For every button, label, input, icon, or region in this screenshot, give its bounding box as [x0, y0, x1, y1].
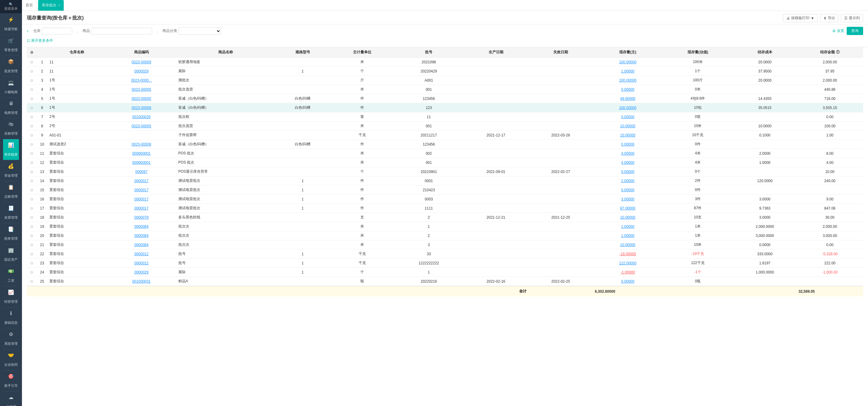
row-qty-main-17[interactable]: 10.00000	[593, 213, 662, 222]
row-qty-main-11[interactable]: 4.00000	[593, 158, 662, 167]
settings-panel[interactable]: ⚙ 设置	[832, 28, 844, 34]
row-qty-main-16[interactable]: 87.00000	[593, 204, 662, 213]
sidebar-item-15[interactable]: ⚙系统管理	[3, 328, 19, 349]
sidebar-item-7[interactable]: 💰资金管理	[3, 160, 19, 181]
row-goods-code-20[interactable]: 0000084	[106, 240, 177, 249]
row-idx-15: 16	[37, 195, 48, 204]
row-goods-code-12[interactable]: 000097	[106, 167, 177, 176]
row-cost-2: 20.0000	[733, 76, 797, 85]
row-goods-code-5[interactable]: 0023-00008	[106, 103, 177, 112]
th-exp-date: 失效日期	[528, 47, 593, 58]
row-goods-code-9[interactable]: 0023-00008	[106, 140, 177, 149]
row-goods-code-21[interactable]: 0000012	[106, 249, 177, 259]
row-goods-code-6[interactable]: 001000026	[106, 112, 177, 122]
row-qty-main-9[interactable]: 0.00000	[593, 140, 662, 149]
expand-more-conditions[interactable]: ☑ 展开更多条件	[27, 38, 863, 43]
row-goods-code-22[interactable]: 0000012	[106, 259, 177, 268]
sidebar-item-4[interactable]: 🖥电商管理	[3, 98, 19, 119]
active-tab[interactable]: 库存批次 ×	[38, 0, 64, 11]
sidebar-search[interactable]: 🔍 搜索菜单	[0, 0, 22, 14]
table-row: ⊙ 12 置套综合 000900001 POS 批次 米 001 4.00000…	[27, 158, 863, 167]
sidebar-item-9[interactable]: 🧾发票管理	[3, 202, 19, 223]
sidebar-item-12[interactable]: 💵工资	[3, 265, 19, 286]
sidebar-item-2[interactable]: 📦批发管理	[3, 56, 19, 77]
tab-close-button[interactable]: ×	[58, 4, 60, 7]
home-tab[interactable]: 首页	[26, 0, 37, 11]
query-button[interactable]: 查询	[847, 27, 863, 35]
row-qty-main-8[interactable]: 10.00000	[593, 131, 662, 140]
row-qty-main-22[interactable]: 122.00000	[593, 259, 662, 268]
row-goods-code-16[interactable]: 0000017	[106, 204, 177, 213]
row-goods-code-1[interactable]: 0000029	[106, 67, 177, 76]
row-spec-24	[275, 277, 331, 286]
row-goods-code-11[interactable]: 000900001	[106, 158, 177, 167]
filter-goods: 商品	[83, 28, 152, 34]
row-idx-2: 3	[37, 76, 48, 85]
row-qty-main-21[interactable]: -16.00000	[593, 249, 662, 259]
row-qty-main-0[interactable]: 100.00000	[593, 58, 662, 67]
sidebar-item-5[interactable]: 🛍采购管理	[3, 119, 19, 139]
sidebar-item-16[interactable]: 🤝企业协同	[3, 349, 19, 370]
row-qty-main-2[interactable]: 100.00000	[593, 76, 662, 85]
row-qty-main-15[interactable]: 3.00000	[593, 195, 662, 204]
row-qty-main-20[interactable]: 10.00000	[593, 240, 662, 249]
row-warehouse-10: 置套综合	[48, 149, 106, 158]
row-goods-code-8[interactable]	[106, 131, 177, 140]
row-qty-main-23[interactable]: -1.00000	[593, 268, 662, 277]
row-qty-main-4[interactable]: 49.60000	[593, 94, 662, 103]
row-qty-main-3[interactable]: 0.00000	[593, 85, 662, 94]
goods-input[interactable]	[91, 28, 152, 34]
sidebar-item-0[interactable]: ⚡快捷导航	[3, 14, 19, 35]
row-goods-code-23[interactable]: 0000029	[106, 268, 177, 277]
table-row: ⊙ 13 置套综合 000097 POS显示库存异常 个 20210901 20…	[27, 167, 863, 176]
sidebar-icon-11: 🏢	[4, 247, 18, 253]
row-goods-code-17[interactable]: 0000078	[106, 213, 177, 222]
sidebar-item-17[interactable]: 🎯新手引导	[3, 370, 19, 392]
category-select[interactable]	[178, 27, 221, 35]
row-goods-code-14[interactable]: 0000017	[106, 185, 177, 195]
row-qty-main-10[interactable]: 4.00000	[593, 149, 662, 158]
row-exp-date-18	[528, 222, 593, 231]
row-qty-main-1[interactable]: 1.00000	[593, 67, 662, 76]
sidebar-item-8[interactable]: 📋总账管理	[3, 181, 19, 202]
sidebar-item-10[interactable]: 📑税务管理	[3, 223, 19, 244]
row-amount-3: 445.86	[797, 85, 863, 94]
row-goods-code-18[interactable]: 0000084	[106, 222, 177, 231]
row-goods-name-0: 软胶通用地套	[177, 58, 275, 67]
row-goods-code-7[interactable]: 0023-00005	[106, 122, 177, 131]
row-idx-7: 8	[37, 122, 48, 131]
row-goods-code-15[interactable]: 0000017	[106, 195, 177, 204]
display-columns-button[interactable]: ☰ 显示列	[841, 14, 863, 22]
sidebar-item-6[interactable]: 📊库存核算	[3, 139, 19, 160]
row-qty-main-13[interactable]: 2.00000	[593, 176, 662, 185]
row-qty-main-18[interactable]: 1.00000	[593, 222, 662, 231]
sidebar-item-18[interactable]: ☁云应用	[3, 392, 19, 406]
row-goods-code-2[interactable]: 0023-0000...	[106, 76, 177, 85]
row-qty-main-24[interactable]: 0.00000	[593, 277, 662, 286]
row-qty-main-19[interactable]: 1.00000	[593, 231, 662, 240]
warehouse-input[interactable]	[42, 28, 72, 34]
row-goods-code-0[interactable]: 0023-00009	[106, 58, 177, 67]
row-goods-code-4[interactable]: 0023-00005	[106, 94, 177, 103]
sidebar-item-13[interactable]: 📈经营管理	[3, 286, 19, 307]
row-qty-main-12[interactable]: 0.00000	[593, 167, 662, 176]
sidebar-item-11[interactable]: 🏢固定资产	[3, 244, 19, 265]
row-goods-code-24[interactable]: 001000031	[106, 277, 177, 286]
row-qty-main-6[interactable]: 0.00000	[593, 112, 662, 122]
sidebar-item-1[interactable]: 🛒零售管理	[3, 35, 19, 56]
row-goods-code-3[interactable]: 0023-00005	[106, 85, 177, 94]
print-button[interactable]: 🖨 按模板打印 ▼	[783, 14, 818, 22]
filter-expand-icon[interactable]: ›	[27, 28, 28, 34]
sidebar-item-14[interactable]: ℹ基础信息	[3, 307, 19, 328]
export-button[interactable]: ⬆ 导出	[820, 14, 838, 22]
row-prod-date-7	[463, 122, 528, 131]
row-qty-main-5[interactable]: 100.00000	[593, 103, 662, 112]
row-qty-main-14[interactable]: 0.00000	[593, 185, 662, 195]
th-batch: 批号	[394, 47, 463, 58]
row-goods-code-10[interactable]: 000900001	[106, 149, 177, 158]
row-goods-code-19[interactable]: 0000084	[106, 231, 177, 240]
row-goods-code-13[interactable]: 0000017	[106, 176, 177, 185]
row-qty-main-7[interactable]: 10.00000	[593, 122, 662, 131]
row-cost-3	[733, 85, 797, 94]
sidebar-item-3[interactable]: 💻小额电商	[3, 77, 19, 98]
